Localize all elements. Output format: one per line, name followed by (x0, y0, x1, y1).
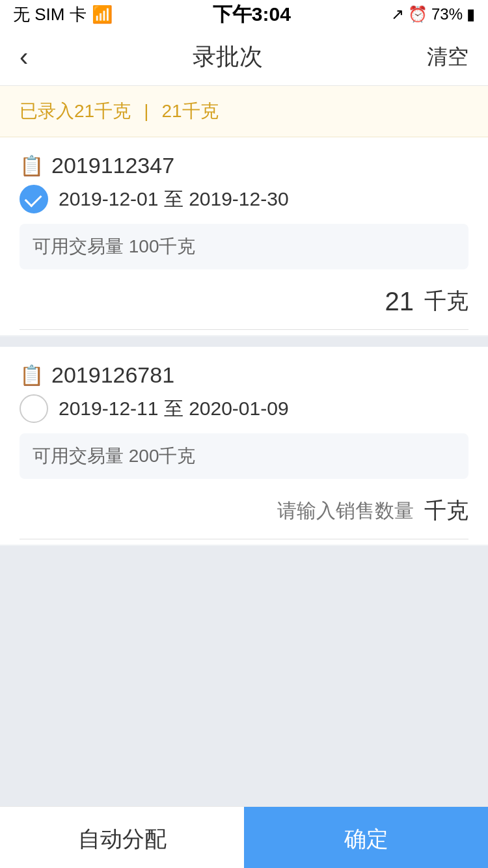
batch-2-number: 2019126781 (51, 362, 174, 388)
batch-2-radio[interactable] (20, 394, 48, 423)
bottom-space (0, 546, 488, 806)
batch-2-available: 可用交易量 200千克 (20, 433, 468, 479)
batch-card-2: 📋 2019126781 2019-12-11 至 2020-01-09 可用交… (0, 347, 488, 545)
batch-2-quantity-unit: 千克 (424, 496, 468, 526)
batch-1-quantity-value: 21 (385, 287, 414, 316)
auto-distribute-button[interactable]: 自动分配 (0, 807, 244, 868)
batch-2-header: 📋 2019126781 (0, 347, 488, 394)
batch-1-date-row: 2019-12-01 至 2019-12-30 (0, 185, 488, 224)
batch-2-date-row: 2019-12-11 至 2020-01-09 (0, 394, 488, 433)
batch-1-available: 可用交易量 100千克 (20, 224, 468, 269)
page-title: 录批次 (193, 41, 263, 73)
nav-bar: ‹ 录批次 清空 (0, 29, 488, 86)
batch-2-date: 2019-12-11 至 2020-01-09 (59, 396, 289, 422)
batch-1-quantity-unit: 千克 (424, 286, 468, 316)
status-bar: 无 SIM 卡 📶 下午3:04 ↗ ⏰ 73% ▮ (0, 0, 488, 29)
summary-total: 21千克 (161, 99, 218, 124)
batch-1-number: 2019112347 (51, 153, 174, 178)
batch-1-radio[interactable] (20, 185, 48, 213)
confirm-button[interactable]: 确定 (244, 807, 488, 868)
batch-2-icon: 📋 (20, 364, 44, 387)
batch-card-1: 📋 2019112347 2019-12-01 至 2019-12-30 可用交… (0, 137, 488, 335)
footer: 自动分配 确定 (0, 806, 488, 868)
location-icon: ↗ (391, 5, 404, 23)
summary-divider: | (144, 101, 148, 122)
wifi-icon: 📶 (92, 5, 113, 25)
no-sim-text: 无 SIM 卡 (13, 3, 87, 26)
batch-1-underline (20, 329, 468, 330)
batch-1-quantity-row: 21 千克 (0, 280, 488, 329)
batch-2-quantity-input[interactable] (20, 500, 414, 522)
batch-1-date: 2019-12-01 至 2019-12-30 (59, 186, 289, 213)
alarm-icon: ⏰ (408, 5, 427, 23)
clear-button[interactable]: 清空 (427, 43, 468, 72)
battery-icon: ▮ (467, 5, 475, 23)
batch-1-icon: 📋 (20, 154, 44, 177)
batch-2-quantity-row: 千克 (0, 489, 488, 539)
batch-2-underline (20, 539, 468, 539)
batch-1-header: 📋 2019112347 (0, 137, 488, 185)
status-right: ↗ ⏰ 73% ▮ (391, 5, 475, 23)
back-button[interactable]: ‹ (20, 42, 28, 72)
status-left: 无 SIM 卡 📶 (13, 3, 113, 26)
battery-text: 73% (431, 5, 463, 23)
summary-recorded: 已录入21千克 (20, 99, 131, 124)
status-time: 下午3:04 (213, 1, 291, 28)
summary-bar: 已录入21千克 | 21千克 (0, 86, 488, 137)
section-divider (0, 336, 488, 347)
